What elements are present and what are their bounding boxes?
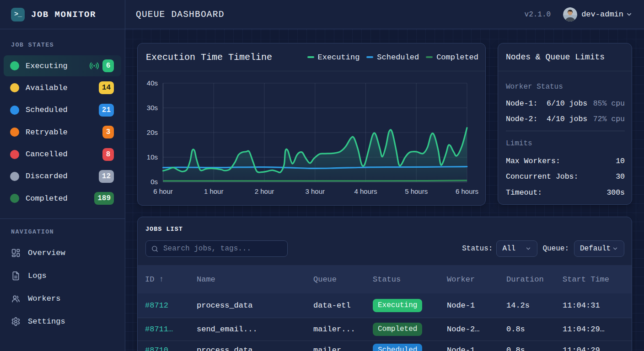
svg-text:4 hours: 4 hours xyxy=(354,187,377,195)
svg-text:30s: 30s xyxy=(147,104,158,112)
svg-text:3 hour: 3 hour xyxy=(306,187,325,195)
svg-text:20s: 20s xyxy=(147,128,158,136)
svg-text:5 hours: 5 hours xyxy=(405,187,428,195)
svg-text:6 hours: 6 hours xyxy=(456,187,478,195)
svg-text:2 hour: 2 hour xyxy=(255,187,274,195)
svg-text:0s: 0s xyxy=(150,178,158,186)
svg-text:1 hour: 1 hour xyxy=(204,187,224,195)
svg-text:10s: 10s xyxy=(147,153,158,161)
svg-text:40s: 40s xyxy=(147,79,158,87)
svg-text:6 hour: 6 hour xyxy=(153,187,173,195)
